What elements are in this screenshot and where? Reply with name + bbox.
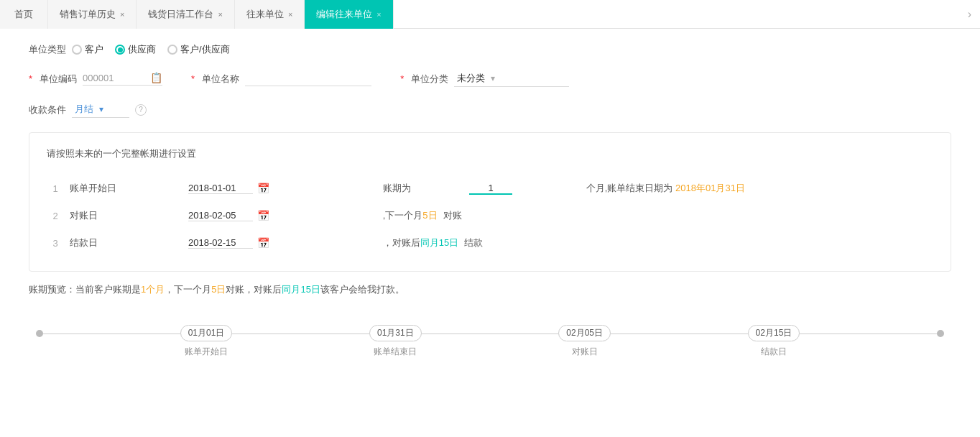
tab-cash-reconciliation[interactable]: 钱货日清工作台 × xyxy=(137,0,234,29)
payment-terms-select[interactable]: 月结 ▾ xyxy=(72,101,129,118)
required-star: * xyxy=(29,73,32,84)
step-row-1: 1 账单开始日 📅 账期为 个月,账单结束日期为 2018年01月31日 xyxy=(47,175,933,202)
step-row-3: 3 结款日 📅 ，对账后同月15日结款 xyxy=(47,229,933,257)
unit-category-label: 单位分类 xyxy=(411,73,448,86)
chevron-down-icon: ▾ xyxy=(491,73,495,83)
timeline-node-3: 02月05日 对账日 xyxy=(558,325,611,358)
radio-both[interactable]: 客户/供应商 xyxy=(167,43,230,56)
step-desc-post-3: 结款 xyxy=(464,237,483,248)
unit-name-input[interactable] xyxy=(245,72,371,86)
end-date-highlight: 2018年01月31日 xyxy=(675,183,745,193)
unit-details-row: * 单位编码 📋 * 单位名称 * 单位分类 未分类 ▾ xyxy=(29,70,951,87)
preview-part2: 5日 xyxy=(211,284,226,295)
radio-group: 客户 供应商 客户/供应商 xyxy=(72,43,230,56)
node-desc-4: 结款日 xyxy=(761,346,787,358)
step-num-2: 2 xyxy=(47,202,64,229)
step-date-input-1: 📅 xyxy=(188,183,366,194)
unit-type-label: 单位类型 xyxy=(29,43,66,56)
tab-home[interactable]: 首页 xyxy=(0,0,48,29)
tab-bar: 首页 销售订单历史 × 钱货日清工作台 × 往来单位 × 编辑往来单位 × › xyxy=(0,0,980,29)
payment-terms-group: 收款条件 月结 ▾ ? xyxy=(29,101,147,118)
preview-suffix: 该客户会给我打款。 xyxy=(320,284,405,295)
step-date-cell-3: 📅 xyxy=(182,229,371,257)
timeline-node-2: 01月31日 账单结束日 xyxy=(369,325,422,358)
radio-supplier[interactable]: 供应商 xyxy=(115,43,156,56)
account-period-card: 请按照未来的一个完整帐期进行设置 1 账单开始日 📅 账期为 xyxy=(29,132,951,272)
radio-label-customer: 客户 xyxy=(85,43,103,56)
period-input[interactable] xyxy=(469,183,512,195)
close-icon[interactable]: × xyxy=(120,10,124,19)
radio-label-supplier: 供应商 xyxy=(128,43,156,56)
unit-category-group: * 单位分类 未分类 ▾ xyxy=(400,70,569,87)
step-desc-highlight-2: 5日 xyxy=(422,210,437,221)
unit-code-label: 单位编码 xyxy=(40,73,77,86)
tab-sales-order-history[interactable]: 销售订单历史 × xyxy=(48,0,137,29)
step-date-field-3[interactable] xyxy=(188,237,253,249)
step-date-cell-1: 📅 xyxy=(182,175,371,202)
calendar-icon-3[interactable]: 📅 xyxy=(257,237,269,249)
tab-counterparty[interactable]: 往来单位 × xyxy=(235,0,305,29)
step-label-2: 对账日 xyxy=(64,202,182,229)
step-date-field-1[interactable] xyxy=(188,183,253,194)
unit-type-row: 单位类型 客户 供应商 客户/供应商 xyxy=(29,43,951,56)
tab-edit-counterparty[interactable]: 编辑往来单位 × xyxy=(305,0,393,29)
step-desc-cell-3: ，对账后同月15日结款 xyxy=(371,229,933,257)
preview-prefix: 账期预览：当前客户账期是 xyxy=(29,284,141,295)
timeline-node-4: 02月15日 结款日 xyxy=(748,325,800,358)
copy-icon[interactable]: 📋 xyxy=(150,72,162,83)
preview-part3: 同月15日 xyxy=(282,284,320,295)
radio-customer[interactable]: 客户 xyxy=(72,43,103,56)
unit-name-group: * 单位名称 xyxy=(191,72,371,86)
step-date-field-2[interactable] xyxy=(188,210,253,221)
step-mid-text: 账期为 xyxy=(383,183,411,193)
step-mid-label: 账期为 xyxy=(371,175,463,202)
radio-circle-customer xyxy=(72,45,82,55)
payment-terms-value: 月结 xyxy=(75,103,93,116)
preview-sep1: ，下一个月 xyxy=(165,284,211,295)
step-desc-pre-3: ，对账后 xyxy=(383,237,420,248)
step-num-3: 3 xyxy=(47,229,64,257)
node-label-1: 01月01日 xyxy=(180,325,233,341)
node-desc-2: 账单结束日 xyxy=(374,346,417,358)
close-icon[interactable]: × xyxy=(218,10,222,19)
step-num-1: 1 xyxy=(47,175,64,202)
radio-label-both: 客户/供应商 xyxy=(180,43,230,56)
timeline-end-dot xyxy=(937,325,944,337)
required-star-name: * xyxy=(191,73,195,84)
step-date-input-2: 📅 xyxy=(188,210,366,221)
help-icon[interactable]: ? xyxy=(135,104,147,116)
node-label-2: 01月31日 xyxy=(369,325,422,341)
timeline-nodes: 01月01日 账单开始日 01月31日 账单结束日 02月05日 对账日 02月… xyxy=(36,325,944,358)
calendar-icon-1[interactable]: 📅 xyxy=(257,183,269,194)
unit-name-label: 单位名称 xyxy=(202,73,239,86)
node-label-4: 02月15日 xyxy=(748,325,800,341)
unit-code-group: * 单位编码 📋 xyxy=(29,72,162,86)
timeline-start-dot xyxy=(36,325,43,337)
payment-terms-label: 收款条件 xyxy=(29,104,66,116)
end-dot xyxy=(937,330,944,337)
preview-section: 账期预览：当前客户账期是1个月，下一个月5日对账，对账后同月15日该客户会给我打… xyxy=(29,283,951,296)
step-desc-highlight-3: 同月15日 xyxy=(420,237,458,248)
unit-category-select[interactable]: 未分类 ▾ xyxy=(454,70,569,87)
step-row-2: 2 对账日 📅 ,下一个月5日对账 xyxy=(47,202,933,229)
node-desc-1: 账单开始日 xyxy=(185,346,228,358)
steps-table: 1 账单开始日 📅 账期为 个月,账单结束日期为 2018年01月31日 xyxy=(47,175,933,257)
unit-category-value: 未分类 xyxy=(457,72,485,85)
chevron-down-icon-payment: ▾ xyxy=(99,104,103,114)
unit-code-input[interactable] xyxy=(83,73,147,83)
close-icon[interactable]: × xyxy=(376,10,381,19)
close-icon[interactable]: × xyxy=(288,10,292,19)
timeline-node-1: 01月01日 账单开始日 xyxy=(180,325,233,358)
step-label-3: 结款日 xyxy=(64,229,182,257)
timeline-container: 01月01日 账单开始日 01月31日 账单结束日 02月05日 对账日 02月… xyxy=(36,325,944,368)
card-title: 请按照未来的一个完整帐期进行设置 xyxy=(47,147,933,160)
calendar-icon-2[interactable]: 📅 xyxy=(257,210,269,221)
required-star-cat: * xyxy=(400,73,404,84)
unit-type-group: 单位类型 客户 供应商 客户/供应商 xyxy=(29,43,230,56)
start-dot xyxy=(36,330,43,337)
step-date-cell-2: 📅 xyxy=(182,202,371,229)
node-desc-3: 对账日 xyxy=(572,346,598,358)
step-period-unit-cell: 个月,账单结束日期为 2018年01月31日 xyxy=(575,175,933,202)
tab-expand-button[interactable]: › xyxy=(959,0,980,29)
payment-terms-row: 收款条件 月结 ▾ ? xyxy=(29,101,951,118)
